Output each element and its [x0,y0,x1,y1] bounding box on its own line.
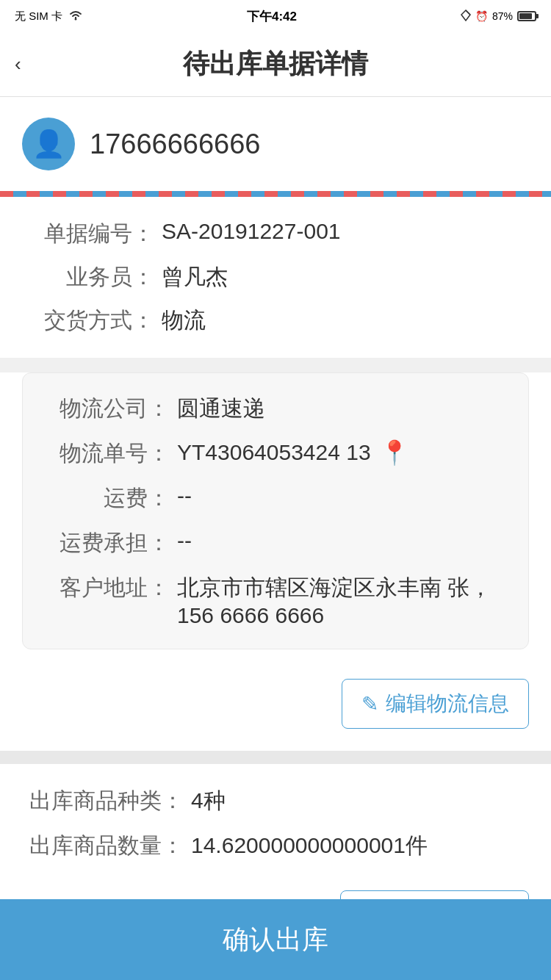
status-right: ⏰ 87% [461,10,536,24]
product-qty-row: 出库商品数量： 14.620000000000001件 [29,831,522,861]
freight-bearer-row: 运费承担： -- [45,528,506,558]
location-status-icon [461,10,471,24]
user-phone: 17666666666 [90,129,260,160]
wifi-icon [68,10,83,23]
product-type-label: 出库商品种类： [29,786,184,816]
logistics-company-row: 物流公司： 圆通速递 [45,394,506,424]
address-label: 客户地址： [45,573,170,603]
order-info-card: 单据编号： SA-20191227-001 业务员： 曾凡杰 交货方式： 物流 [0,197,551,358]
svg-point-0 [75,18,77,21]
carrier-text: 无 SIM 卡 [15,10,62,24]
edit-logistics-button[interactable]: ✎ 编辑物流信息 [342,679,529,729]
main-content: 👤 17666666666 单据编号： SA-20191227-001 业务员：… [0,97,551,980]
delivery-method-row: 交货方式： 物流 [29,306,522,336]
logistics-company-label: 物流公司： [45,394,170,424]
sales-person-label: 业务员： [29,262,154,292]
logistics-tracking-label: 物流单号： [45,439,170,469]
edit-btn-label: 编辑物流信息 [386,690,509,718]
alarm-icon: ⏰ [475,10,488,22]
freight-bearer-value: -- [177,528,506,553]
logistics-tracking-row: 物流单号： YT43064053424 13 📍 [45,439,506,469]
nav-bar: ‹ 待出库单据详情 [0,32,551,97]
freight-bearer-label: 运费承担： [45,528,170,558]
delivery-method-value: 物流 [162,306,522,336]
status-time: 下午4:42 [247,8,297,25]
product-type-row: 出库商品种类： 4种 [29,786,522,816]
confirm-button-label: 确认出库 [223,922,328,958]
freight-label: 运费： [45,483,170,514]
freight-value: -- [177,483,506,508]
summary-card: 出库商品种类： 4种 出库商品数量： 14.620000000000001件 [0,764,551,883]
sales-person-value: 曾凡杰 [162,262,522,292]
user-card: 👤 17666666666 [0,97,551,191]
product-qty-label: 出库商品数量： [29,831,184,861]
battery-percent: 87% [492,10,513,22]
sales-person-row: 业务员： 曾凡杰 [29,262,522,292]
avatar-icon: 👤 [32,129,65,159]
order-number-label: 单据编号： [29,219,154,249]
logistics-card: 物流公司： 圆通速递 物流单号： YT43064053424 13 📍 运费： … [22,372,529,649]
order-number-row: 单据编号： SA-20191227-001 [29,219,522,249]
battery-icon [517,11,536,21]
confirm-btn-area[interactable]: 确认出库 [0,899,551,980]
edit-btn-container: ✎ 编辑物流信息 [0,664,551,751]
logistics-tracking-value: YT43064053424 13 📍 [177,439,506,466]
address-row: 客户地址： 北京市市辖区海淀区永丰南 张，156 6666 6666 [45,573,506,628]
page-title: 待出库单据详情 [183,46,368,82]
status-left: 无 SIM 卡 [15,10,83,24]
address-value: 北京市市辖区海淀区永丰南 张，156 6666 6666 [177,573,506,628]
avatar: 👤 [22,118,75,170]
edit-icon: ✎ [361,692,378,716]
product-qty-value: 14.620000000000001件 [191,831,428,861]
logistics-company-value: 圆通速递 [177,394,506,424]
freight-row: 运费： -- [45,483,506,514]
back-button[interactable]: ‹ [15,53,21,76]
product-type-value: 4种 [191,786,226,816]
tracking-location-icon: 📍 [380,439,409,466]
delivery-method-label: 交货方式： [29,306,154,336]
order-number-value: SA-20191227-001 [162,219,522,244]
status-bar: 无 SIM 卡 下午4:42 ⏰ 87% [0,0,551,32]
dashed-separator [0,191,551,197]
section-separator [0,751,551,764]
